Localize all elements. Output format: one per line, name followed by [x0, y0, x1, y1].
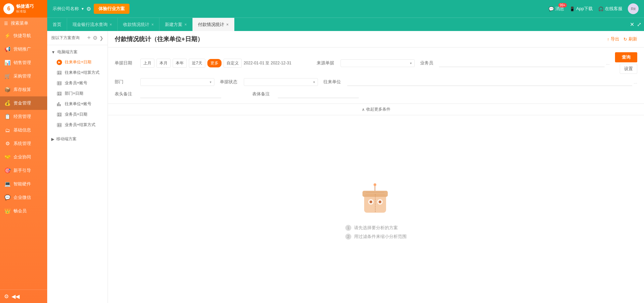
collapse-bar[interactable]: ∧ 收起更多条件: [108, 104, 644, 115]
desktop-group-arrow: ▼: [51, 50, 55, 55]
tab-new-scheme-close[interactable]: ×: [184, 22, 187, 27]
scheme-staff-settle[interactable]: 业务员+结算方式: [47, 120, 108, 130]
desktop-group-title[interactable]: ▼ 电脑端方案: [47, 47, 108, 57]
page-title: 付款情况统计（往来单位+日期）: [115, 35, 203, 43]
user-avatar[interactable]: Rit: [628, 3, 639, 14]
page-header-actions: ↑ 导出 ↻ 刷新: [607, 36, 638, 42]
sidebar-item-hardware[interactable]: 💻 智能硬件: [0, 177, 47, 191]
scheme-table2-icon: [57, 81, 62, 86]
tabbar-expand-icon[interactable]: ⤢: [637, 21, 641, 28]
query-btn[interactable]: 查询: [615, 52, 637, 62]
sidebar-item-finance[interactable]: 💰 资金管理: [0, 96, 47, 110]
tab-receipt-stats[interactable]: 收款情况统计 ×: [118, 18, 159, 31]
mobile-group-title[interactable]: ▶ 移动端方案: [47, 134, 108, 144]
export-btn[interactable]: ↑ 导出: [607, 36, 620, 42]
tip-1-text: 请先选择要分析的方案: [354, 225, 398, 231]
partner-input[interactable]: [347, 78, 632, 86]
settings-btn[interactable]: 设置: [620, 64, 637, 74]
messages-btn[interactable]: 💬 消息 99+: [549, 6, 564, 12]
tabbar-actions: ✕ ⤢: [630, 21, 644, 28]
btn-last-7[interactable]: 近7天: [189, 59, 205, 68]
scheme-settings-icon[interactable]: ⚙: [93, 35, 97, 41]
operation-icon: 📋: [4, 113, 11, 120]
scheme-partner-date[interactable]: ▶ 往来单位+日期: [47, 57, 108, 67]
scheme-staff-date[interactable]: 业务员+日期: [47, 109, 108, 120]
sidebar-item-quick-nav[interactable]: ⚡ 快捷导航: [0, 29, 47, 42]
company-dropdown-icon[interactable]: ▾: [82, 6, 84, 11]
online-service-btn[interactable]: 🎧 在线客服: [598, 6, 622, 12]
btn-more[interactable]: 更多: [207, 59, 222, 67]
search-menu[interactable]: ☰ 搜索菜单: [0, 18, 47, 29]
svg-point-8: [374, 183, 376, 186]
source-doc-select[interactable]: ▾: [341, 59, 415, 67]
partner-field: ...: [347, 78, 637, 86]
empty-tips: 1 请先选择要分析的方案 2 用过滤条件来缩小分析范围: [345, 225, 407, 240]
tabbar-close-icon[interactable]: ✕: [630, 21, 634, 28]
scheme-partner-settle[interactable]: 往来单位+结算方式: [47, 67, 108, 78]
btn-this-year[interactable]: 本年: [173, 59, 187, 68]
left-panel-header: 按以下方案查询 + ⚙ ❯: [47, 31, 108, 45]
table-body-note-input[interactable]: [278, 90, 359, 98]
scheme-staff-date-label: 业务员+日期: [65, 112, 87, 117]
tab-receipt-stats-close[interactable]: ×: [151, 22, 154, 27]
sidebar-item-guide[interactable]: 🎯 新手引导: [0, 164, 47, 177]
dept-select[interactable]: ▾: [140, 78, 214, 86]
sidebar-item-purchase[interactable]: 🛒 采购管理: [0, 69, 47, 83]
topbar-right: 💬 消息 99+ 📱 App下载 🎧 在线客服 Rit: [549, 3, 639, 14]
sidebar-item-weixin[interactable]: 💬 企业微信: [0, 191, 47, 204]
table-header-note-input[interactable]: [140, 90, 221, 98]
inventory-icon: 📦: [4, 86, 11, 93]
tab-bank-flow[interactable]: 现金银行流水查询 ×: [67, 18, 118, 31]
sidebar-item-enterprise[interactable]: 🤝 企业协同: [0, 150, 47, 164]
btn-this-month[interactable]: 本月: [156, 59, 171, 68]
doc-status-select[interactable]: ▾: [244, 78, 318, 86]
sidebar-item-member[interactable]: 👑 畅会员: [0, 204, 47, 218]
topbar-left: 示例公司名称 ▾ ⚙ 体验行业方案: [53, 4, 545, 14]
tab-home[interactable]: 首页: [47, 18, 67, 31]
app-download-label: App下载: [576, 6, 593, 12]
app-name: 畅捷通巧: [16, 4, 34, 9]
sidebar-settings-btn[interactable]: ⚙: [4, 293, 9, 300]
tab-new-scheme[interactable]: 新建方案 ×: [159, 18, 193, 31]
tab-payment-stats[interactable]: 付款情况统计 ×: [193, 18, 234, 31]
staff-input[interactable]: [439, 59, 605, 67]
panel-collapse-icon[interactable]: ❯: [99, 35, 104, 41]
mobile-group-arrow: ▶: [51, 137, 54, 142]
refresh-label: 刷新: [628, 36, 637, 42]
sidebar-item-label: 经营管理: [13, 114, 31, 120]
chevron-up-icon: ∧: [362, 107, 365, 112]
sidebar-logo: 6 畅捷通巧 标准版: [0, 0, 47, 18]
staff-dots[interactable]: ...: [606, 61, 610, 66]
scheme-dept-date[interactable]: 部门+日期: [47, 88, 108, 99]
refresh-btn[interactable]: ↻ 刷新: [623, 36, 637, 42]
filter-row-2: 部门 ▾ 单据状态 ▾ 往来单位 ...: [115, 78, 637, 86]
sidebar-item-inventory[interactable]: 📦 库存核算: [0, 83, 47, 96]
filter-actions: 查询 设置: [615, 52, 637, 74]
sidebar-item-system[interactable]: ⚙ 系统管理: [0, 137, 47, 150]
topbar: 示例公司名称 ▾ ⚙ 体验行业方案 💬 消息 99+ 📱 App下载 🎧 在线客…: [47, 0, 644, 18]
add-scheme-icon[interactable]: +: [87, 34, 91, 41]
topbar-gear-icon[interactable]: ⚙: [86, 6, 91, 12]
btn-last-month[interactable]: 上月: [140, 59, 154, 68]
date-label: 单据日期: [115, 60, 135, 66]
btn-custom[interactable]: 自定义: [224, 59, 242, 68]
tab-receipt-stats-label: 收款情况统计: [123, 22, 149, 28]
search-label: 搜索菜单: [11, 20, 28, 26]
partner-dots[interactable]: ...: [634, 80, 637, 85]
app-download-icon: 📱: [569, 6, 575, 11]
app-download-btn[interactable]: 📱 App下载: [569, 6, 593, 12]
sidebar-item-marketing[interactable]: 📢 营销推广: [0, 42, 47, 56]
sidebar-item-operation[interactable]: 📋 经营管理: [0, 110, 47, 123]
scheme-partner-account[interactable]: 往来单位+账号: [47, 99, 108, 109]
sidebar-item-sales[interactable]: 📊 销售管理: [0, 56, 47, 69]
trial-btn[interactable]: 体验行业方案: [94, 4, 129, 14]
purchase-icon: 🛒: [4, 73, 11, 80]
sidebar-item-basic-info[interactable]: 🗂 基础信息: [0, 123, 47, 137]
system-icon: ⚙: [4, 140, 11, 147]
tab-payment-stats-close[interactable]: ×: [226, 22, 229, 27]
tab-bank-flow-close[interactable]: ×: [110, 22, 112, 27]
tip-2-text: 用过滤条件来缩小分析范围: [354, 234, 407, 240]
scheme-staff-account[interactable]: 业务员+账号: [47, 78, 108, 88]
left-panel-header-icons: + ⚙ ❯: [87, 34, 104, 41]
sidebar-collapse-btn[interactable]: ◀◀: [11, 293, 20, 300]
